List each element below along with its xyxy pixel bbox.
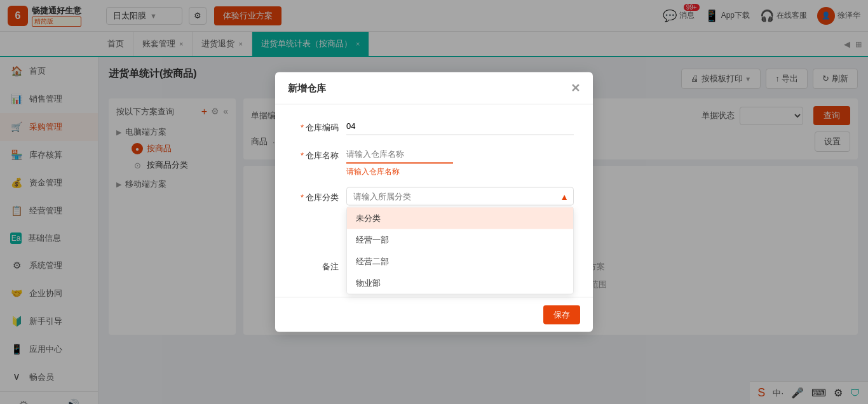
name-input[interactable] bbox=[346, 145, 453, 164]
modal-header: 新增仓库 ✕ bbox=[275, 72, 593, 105]
code-label: 仓库编码 bbox=[294, 118, 339, 133]
name-input-wrapper bbox=[346, 145, 453, 164]
modal-body: 仓库编码 仓库名称 请输入仓库名称 仓库分类 ▲ 未分类 bbox=[275, 105, 593, 297]
category-label: 仓库分类 bbox=[294, 187, 339, 203]
dropdown-item-uncategorized[interactable]: 未分类 bbox=[347, 208, 573, 229]
name-error-area: 请输入仓库名称 bbox=[294, 166, 400, 177]
dropdown-item-dept3[interactable]: 物业部 bbox=[347, 273, 573, 294]
category-input[interactable] bbox=[346, 187, 574, 206]
dropdown-item-dept1[interactable]: 经营一部 bbox=[347, 229, 573, 251]
name-error-message: 请输入仓库名称 bbox=[346, 167, 400, 176]
name-input-row: 仓库名称 bbox=[294, 145, 453, 164]
code-input[interactable] bbox=[346, 118, 574, 135]
dropdown-item-dept2[interactable]: 经营二部 bbox=[347, 251, 573, 273]
modal-close-button[interactable]: ✕ bbox=[571, 81, 580, 95]
save-button[interactable]: 保存 bbox=[543, 306, 580, 325]
category-dropdown: 未分类 经营一部 经营二部 物业部 bbox=[346, 207, 574, 295]
modal-footer: 保存 bbox=[275, 297, 593, 332]
name-label: 仓库名称 bbox=[294, 145, 339, 161]
add-warehouse-modal: 新增仓库 ✕ 仓库编码 仓库名称 请输入仓库名称 仓库分类 ▲ bbox=[275, 72, 593, 332]
name-row: 仓库名称 请输入仓库名称 bbox=[294, 145, 574, 177]
modal-title: 新增仓库 bbox=[288, 82, 326, 94]
code-row: 仓库编码 bbox=[294, 118, 574, 135]
remark-label: 备注 bbox=[294, 257, 339, 273]
category-row: 仓库分类 ▲ 未分类 经营一部 经营二部 物业部 bbox=[294, 187, 574, 206]
category-select-wrapper: ▲ 未分类 经营一部 经营二部 物业部 bbox=[346, 187, 574, 206]
